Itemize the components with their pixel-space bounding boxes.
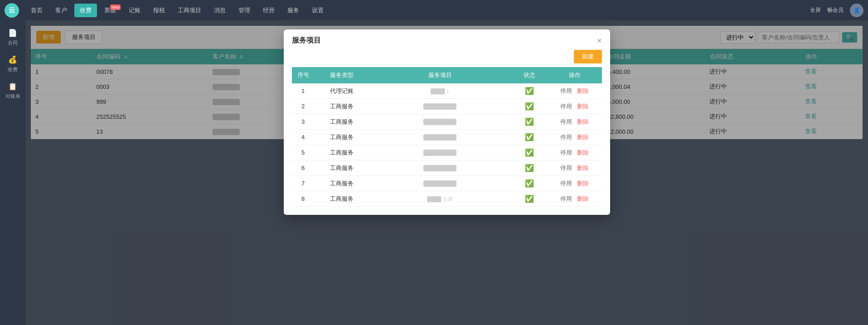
- nav-operation[interactable]: 经营: [257, 4, 280, 17]
- nav-home[interactable]: 首页: [25, 4, 48, 17]
- modal-table-row: 8 工商服务 ████ 注册 ✅ 停用 删除: [292, 191, 602, 207]
- modal-cell-seq: 8: [292, 191, 315, 207]
- top-nav-right: 全屏 畅会员 👤: [810, 4, 863, 17]
- sidebar-item-contract[interactable]: 📄 合同: [1, 24, 24, 50]
- modal-cell-op: 停用 删除: [548, 114, 602, 130]
- nav-invoice[interactable]: 票据 new: [99, 4, 121, 17]
- delete-button[interactable]: 删除: [577, 103, 589, 110]
- modal-cell-type: 工商服务: [315, 145, 369, 160]
- modal-cell-status: ✅: [511, 145, 548, 160]
- modal-cell-status: ✅: [511, 99, 548, 114]
- status-check-icon: ✅: [525, 149, 534, 156]
- stop-button[interactable]: 停用: [560, 195, 572, 202]
- stop-button[interactable]: 停用: [560, 180, 572, 187]
- top-nav: 云 首页 客户 收费 票据 new 记账 报税 工商项目 消息 管理 经营 服务…: [0, 0, 868, 20]
- delete-button[interactable]: 删除: [577, 149, 589, 156]
- modal-cell-op: 停用 删除: [548, 176, 602, 191]
- modal-toolbar: 新建: [284, 45, 610, 67]
- member-label[interactable]: 畅会员: [827, 6, 844, 14]
- stop-button[interactable]: 停用: [560, 118, 572, 125]
- delete-button[interactable]: 删除: [577, 118, 589, 125]
- main-content: 新增 服务项目 进行中 已结束 全部 🔍 序号 合同编码: [25, 20, 868, 325]
- modal-col-status: 状态: [511, 67, 548, 83]
- status-check-icon: ✅: [525, 164, 534, 172]
- modal-cell-type: 代理记账: [315, 83, 369, 99]
- avatar[interactable]: 👤: [850, 4, 863, 17]
- modal-title: 服务项目: [292, 36, 321, 45]
- status-check-icon: ✅: [525, 195, 534, 203]
- delete-button[interactable]: 删除: [577, 134, 589, 141]
- modal-close-button[interactable]: ×: [597, 37, 602, 45]
- modal-cell-op: 停用 删除: [548, 83, 602, 99]
- status-check-icon: ✅: [525, 87, 534, 95]
- nav-items: 首页 客户 收费 票据 new 记账 报税 工商项目 消息 管理 经营 服务 设…: [25, 4, 810, 17]
- stop-button[interactable]: 停用: [560, 149, 572, 156]
- modal-new-button[interactable]: 新建: [574, 50, 602, 63]
- nav-manage[interactable]: 管理: [233, 4, 256, 17]
- modal-cell-status: ✅: [511, 114, 548, 130]
- modal-service-table: 序号 服务类型 服务项目 状态 操作 1 代理记账 ████ 1 ✅ 停用 删除: [292, 67, 602, 207]
- nav-message[interactable]: 消息: [209, 4, 231, 17]
- nav-tax[interactable]: 报税: [148, 4, 170, 17]
- modal-cell-op: 停用 删除: [548, 160, 602, 176]
- sidebar-item-statement[interactable]: 📋 对账单: [1, 78, 24, 103]
- modal-col-item: 服务项目: [369, 67, 511, 83]
- modal-cell-item: [369, 114, 511, 130]
- delete-button[interactable]: 删除: [577, 87, 589, 94]
- sidebar-label-statement: 对账单: [5, 93, 20, 100]
- modal-cell-item: ████ 1: [369, 83, 511, 99]
- modal-cell-item: [369, 176, 511, 191]
- modal-cell-type: 工商服务: [315, 176, 369, 191]
- modal-cell-type: 工商服务: [315, 191, 369, 207]
- modal-cell-seq: 1: [292, 83, 315, 99]
- new-badge: new: [110, 5, 121, 10]
- nav-settings[interactable]: 设置: [306, 4, 329, 17]
- modal-table-wrap: 序号 服务类型 服务项目 状态 操作 1 代理记账 ████ 1 ✅ 停用 删除: [284, 67, 610, 215]
- modal-cell-type: 工商服务: [315, 130, 369, 145]
- fullscreen-label[interactable]: 全屏: [810, 6, 821, 14]
- sidebar-label-fee: 收费: [8, 66, 18, 73]
- modal-col-type: 服务类型: [315, 67, 369, 83]
- modal-cell-item: [369, 99, 511, 114]
- nav-account[interactable]: 记账: [123, 4, 146, 17]
- modal-cell-op: 停用 删除: [548, 99, 602, 114]
- modal-cell-status: ✅: [511, 176, 548, 191]
- modal-cell-item: [369, 160, 511, 176]
- modal-table-row: 5 工商服务 ✅ 停用 删除: [292, 145, 602, 160]
- sidebar-item-fee[interactable]: 💰 收费: [1, 51, 24, 77]
- nav-business[interactable]: 工商项目: [172, 4, 207, 17]
- stop-button[interactable]: 停用: [560, 87, 572, 94]
- modal-cell-op: 停用 删除: [548, 130, 602, 145]
- stop-button[interactable]: 停用: [560, 134, 572, 141]
- modal-header: 服务项目 ×: [284, 29, 610, 45]
- stop-button[interactable]: 停用: [560, 103, 572, 110]
- statement-icon: 📋: [8, 81, 18, 91]
- contract-icon: 📄: [8, 28, 18, 38]
- app-logo: 云: [5, 3, 19, 18]
- modal-col-seq: 序号: [292, 67, 315, 83]
- status-check-icon: ✅: [525, 179, 534, 187]
- delete-button[interactable]: 删除: [577, 195, 589, 202]
- modal-cell-type: 工商服务: [315, 160, 369, 176]
- modal-table-row: 7 工商服务 ✅ 停用 删除: [292, 176, 602, 191]
- stop-button[interactable]: 停用: [560, 165, 572, 171]
- modal-overlay: 服务项目 × 新建 序号 服务类型 服务项目 状态: [25, 20, 868, 325]
- delete-button[interactable]: 删除: [577, 165, 589, 171]
- modal-col-op: 操作: [548, 67, 602, 83]
- service-modal: 服务项目 × 新建 序号 服务类型 服务项目 状态: [284, 29, 610, 215]
- status-check-icon: ✅: [525, 133, 534, 141]
- status-check-icon: ✅: [525, 102, 534, 110]
- modal-cell-item: [369, 130, 511, 145]
- modal-cell-status: ✅: [511, 191, 548, 207]
- layout: 📄 合同 💰 收费 📋 对账单 新增 服务项目 进行中 已结束 全部: [0, 20, 868, 325]
- nav-customer[interactable]: 客户: [50, 4, 73, 17]
- nav-service[interactable]: 服务: [282, 4, 305, 17]
- modal-cell-seq: 5: [292, 145, 315, 160]
- modal-cell-op: 停用 删除: [548, 191, 602, 207]
- modal-table-row: 6 工商服务 ✅ 停用 删除: [292, 160, 602, 176]
- modal-cell-seq: 3: [292, 114, 315, 130]
- modal-cell-seq: 7: [292, 176, 315, 191]
- nav-fee[interactable]: 收费: [74, 4, 97, 17]
- modal-cell-seq: 2: [292, 99, 315, 114]
- delete-button[interactable]: 删除: [577, 180, 589, 187]
